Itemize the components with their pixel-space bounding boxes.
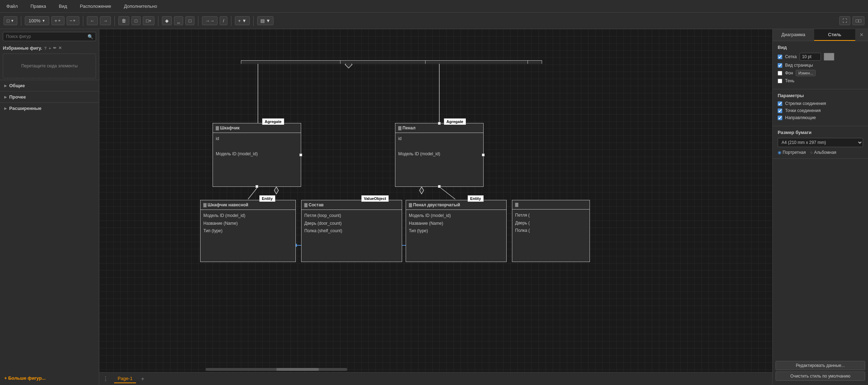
entity-nav-body: Модель ID (model_id) Название (Name) Тип… xyxy=(201,210,295,237)
entity-shkafchik[interactable]: ▇ Шкафчик id Модель ID (model_id) xyxy=(213,123,301,187)
zoom-out-button[interactable]: −⚬ xyxy=(67,16,80,25)
sostav-valueobject-label: ValueObject xyxy=(361,195,389,202)
entity-nav-header: ▇ Шкафчик навесной xyxy=(201,200,295,210)
landscape-option[interactable]: ○ Альбомная xyxy=(810,150,836,155)
penal-resize-handle-right[interactable] xyxy=(482,154,485,156)
fill-button[interactable]: ◆ xyxy=(162,16,172,25)
entity-sostav-header: ▇ Состав xyxy=(301,200,402,210)
insert-button[interactable]: + ▼ xyxy=(235,16,250,25)
guides-checkbox[interactable] xyxy=(778,116,782,120)
page-tab-1[interactable]: Page-1 xyxy=(114,374,136,383)
grid-value-input[interactable] xyxy=(800,53,821,61)
entity-sostav[interactable]: ▇ Состав Петля (loop_count) Дверь (door_… xyxy=(301,200,402,262)
paste-button[interactable]: □+ xyxy=(143,16,154,25)
tab-style[interactable]: Стиль xyxy=(814,29,856,41)
portrait-radio[interactable]: ◉ xyxy=(778,150,781,155)
menu-edit[interactable]: Правка xyxy=(28,2,49,10)
other-label: Прочее xyxy=(9,94,26,100)
menu-view[interactable]: Вид xyxy=(56,2,70,10)
penal-resize-handle-top[interactable] xyxy=(438,122,441,125)
paper-section: Размер бумаги A4 (210 mm x 297 mm) ◉ Пор… xyxy=(773,126,868,159)
shape-button[interactable]: □ xyxy=(185,16,195,25)
panel-close-button[interactable]: ✕ xyxy=(855,29,868,41)
grid-checkbox[interactable] xyxy=(778,55,782,59)
toolbar-separator-4 xyxy=(158,16,158,26)
clear-style-button[interactable]: Очистить стиль по умолчанию xyxy=(776,372,865,381)
sidebar-toggle-button[interactable]: □▼ xyxy=(4,16,17,25)
entity-penal-title: Пенал xyxy=(402,125,416,130)
horizontal-scrollbar[interactable] xyxy=(205,368,347,371)
connect-points-label: Точки соединения xyxy=(785,108,821,113)
waypoint-button[interactable]: / xyxy=(220,16,227,25)
right-field-2: Дверь ( xyxy=(515,219,587,227)
entity-penal-dvu[interactable]: ▇ Пенал двустворчатый Модель ID (model_i… xyxy=(406,200,507,262)
landscape-label: Альбомная xyxy=(814,150,836,155)
sostav-field-2: Дверь (door_count) xyxy=(304,220,399,228)
connect-points-checkbox[interactable] xyxy=(778,108,782,113)
add-page-button[interactable]: + xyxy=(139,375,146,383)
entity-shkafchik-navesnoy[interactable]: ▇ Шкафчик навесной Модель ID (model_id) … xyxy=(200,200,296,262)
scrollbar-thumb[interactable] xyxy=(276,368,319,371)
fullscreen-button[interactable]: ⛶ xyxy=(839,16,850,25)
delete-button[interactable]: 🗑 xyxy=(118,16,129,25)
entity-penal[interactable]: ▇ Пенал id Модель ID (model_id) xyxy=(395,123,484,187)
entity-icon: ▇ xyxy=(216,126,219,130)
canvas-area[interactable]: ▇ Шкафчик id Модель ID (model_id) Agrega… xyxy=(99,29,772,385)
menu-file[interactable]: Файл xyxy=(4,2,21,10)
menu-extra[interactable]: Дополнительно xyxy=(121,2,160,10)
dvu-field-3: Тип (type) xyxy=(409,227,503,235)
bottom-bar: ⋮ Page-1 + xyxy=(99,372,772,385)
entity-right-body: Петля ( Дверь ( Полка ( xyxy=(512,210,590,237)
shadow-checkbox[interactable] xyxy=(778,79,782,83)
page-menu-button[interactable]: ⋮ xyxy=(103,375,108,382)
field-separator xyxy=(216,143,298,151)
right-field-3: Полка ( xyxy=(515,227,587,235)
edit-favorite-icon[interactable]: ✏ xyxy=(53,46,56,50)
zoom-in-button[interactable]: +⚬ xyxy=(51,16,64,25)
params-section: Параметры Стрелки соединения Точки соеди… xyxy=(773,89,868,126)
edit-data-button[interactable]: Редактировать данные... xyxy=(776,361,865,370)
help-icon[interactable]: ? xyxy=(44,46,47,50)
paper-size-select[interactable]: A4 (210 mm x 297 mm) xyxy=(778,138,863,147)
orientation-row: ◉ Портретная ○ Альбомная xyxy=(778,150,863,155)
change-background-button[interactable]: Измен... xyxy=(796,70,816,76)
zoom-level[interactable]: 100% ▼ xyxy=(25,16,49,25)
menu-layout[interactable]: Расположение xyxy=(77,2,114,10)
search-input[interactable] xyxy=(3,32,96,41)
add-favorite-icon[interactable]: + xyxy=(49,46,51,50)
fit-page-button[interactable]: □□ xyxy=(852,16,864,25)
resize-handle-right[interactable] xyxy=(299,154,302,156)
landscape-radio[interactable]: ○ xyxy=(810,150,812,155)
add-shapes-button[interactable]: + Больше фигур... xyxy=(3,374,96,382)
connection-button[interactable]: →→ xyxy=(202,16,218,25)
advanced-arrow-icon: ▶ xyxy=(4,106,7,110)
sidebar-item-general[interactable]: ▶ Общие xyxy=(0,80,99,91)
portrait-option[interactable]: ◉ Портретная xyxy=(778,150,806,155)
grid-color-swatch[interactable] xyxy=(824,53,834,61)
toolbar-separator-5 xyxy=(198,16,198,26)
sidebar-item-advanced[interactable]: ▶ Расширенные xyxy=(0,102,99,114)
penal-field-sep xyxy=(398,143,480,151)
nav-field-1: Модель ID (model_id) xyxy=(203,212,293,220)
penal-resize-handle-bottom[interactable] xyxy=(438,185,441,188)
advanced-label: Расширенные xyxy=(9,106,41,111)
sidebar-item-other[interactable]: ▶ Прочее xyxy=(0,91,99,102)
entity-shkafchik-title: Шкафчик xyxy=(220,125,239,130)
background-checkbox[interactable] xyxy=(778,71,782,76)
redo-button[interactable]: → xyxy=(100,16,111,25)
view-section: Вид Сетка Вид страницы Фон Измен... Тень xyxy=(773,41,868,89)
entity-right-partial[interactable]: ▇ Петля ( Дверь ( Полка ( xyxy=(512,200,590,262)
line-color-button[interactable]: ⎯ xyxy=(174,16,183,25)
copy-button[interactable]: □ xyxy=(131,16,141,25)
close-favorite-icon[interactable]: ✕ xyxy=(58,46,62,50)
general-label: Общие xyxy=(9,83,25,88)
field-id: id xyxy=(216,135,298,143)
entity-icon-5: ▇ xyxy=(409,203,412,207)
tab-diagram[interactable]: Диаграмма xyxy=(773,29,814,41)
arrows-checkbox[interactable] xyxy=(778,101,782,106)
grid-button[interactable]: ▤ ▼ xyxy=(257,16,274,25)
page-view-checkbox[interactable] xyxy=(778,63,782,68)
resize-handle-bottom[interactable] xyxy=(255,185,258,188)
undo-button[interactable]: ← xyxy=(87,16,98,25)
page-view-row: Вид страницы xyxy=(778,63,863,68)
